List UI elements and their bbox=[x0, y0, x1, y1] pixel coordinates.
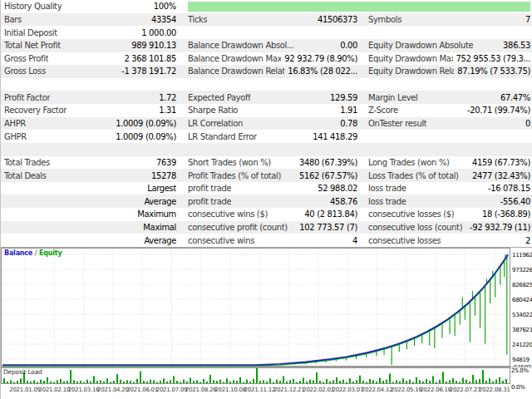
stat-value: 386.53 bbox=[500, 41, 530, 50]
stat-cell: Average bbox=[4, 197, 176, 206]
stat-value: 1.91 bbox=[337, 106, 357, 115]
stat-cell: Maximal bbox=[4, 223, 176, 232]
time-axis: 0.0% 2021.01.052021.02.102021.03.162021.… bbox=[1, 384, 532, 399]
stats-row: Averageprofit trade458.76loss trade-556.… bbox=[1, 195, 532, 208]
stat-label: Expected Payoff bbox=[188, 93, 250, 102]
legend-equity: Equity bbox=[39, 249, 62, 257]
balance-equity-chart[interactable]: Balance / Equity 11196279732268268256804… bbox=[1, 248, 532, 367]
stats-row: Total Trades7639Short Trades (won %)3480… bbox=[1, 156, 532, 170]
svg-text:241220: 241220 bbox=[512, 342, 532, 348]
stat-cell: Balance Drawdown Maxi...92 932.79 (8.90%… bbox=[176, 54, 357, 63]
stat-label: Profit Trades (% of total) bbox=[188, 171, 281, 180]
time-axis-tick: 2022.05.16 bbox=[390, 387, 423, 393]
statistics-table: History Quality100%Bars43354Ticks4150637… bbox=[1, 0, 532, 247]
deposit-load-chart[interactable]: Deposit Load 25.0% bbox=[1, 367, 532, 384]
stat-label: Gross Loss bbox=[4, 66, 46, 76]
stat-label: consecutive losses ($) bbox=[368, 209, 454, 219]
stat-value: 18 (-368.89) bbox=[479, 209, 530, 219]
stat-value: 67.47% bbox=[497, 93, 530, 102]
stats-row bbox=[1, 78, 532, 91]
deposit-load-zero-label: 0.0% bbox=[511, 384, 525, 391]
stat-cell: Gross Profit2 368 101.85 bbox=[4, 54, 176, 63]
chart-legend: Balance / Equity bbox=[4, 249, 62, 257]
stat-label: Total Net Profit bbox=[4, 41, 61, 50]
stat-label: Bars bbox=[4, 15, 22, 24]
stat-value: 7639 bbox=[153, 158, 176, 167]
stat-label: Z-Score bbox=[368, 106, 398, 115]
stat-label: consecutive loss (count) bbox=[368, 223, 462, 232]
stat-label: Balance Drawdown Relati... bbox=[188, 66, 284, 76]
stat-value: -92 932.79 (11) bbox=[466, 223, 530, 232]
stat-label: LR Correlation bbox=[188, 119, 243, 128]
stat-value: 15278 bbox=[148, 171, 176, 180]
stat-cell: Profit Trades (% of total)5162 (67.57%) bbox=[176, 171, 357, 180]
stats-row: History Quality100% bbox=[1, 0, 532, 13]
stats-row: Recovery Factor1.31Sharpe Ratio1.91Z-Sco… bbox=[1, 104, 532, 117]
stat-cell: profit trade458.76 bbox=[176, 197, 357, 206]
svg-text:534022: 534022 bbox=[512, 312, 532, 318]
stat-value: Maximal bbox=[140, 223, 176, 232]
stat-value: 1 000.00 bbox=[138, 28, 176, 37]
stat-value: Largest bbox=[144, 184, 176, 193]
stat-cell: Profit Factor1.72 bbox=[4, 93, 176, 102]
stat-label: profit trade bbox=[188, 197, 231, 206]
stat-value: -1 378 191.72 bbox=[118, 66, 176, 76]
stat-cell: LR Standard Error141 418.29 bbox=[176, 132, 357, 141]
stat-value: 5162 (67.57%) bbox=[296, 171, 357, 180]
time-axis-tick: 2021.01.05 bbox=[8, 387, 42, 393]
stat-label: Sharpe Ratio bbox=[188, 106, 238, 115]
stat-label: GHPR bbox=[4, 132, 27, 141]
time-axis-tick: 2021.06.01 bbox=[126, 387, 159, 393]
svg-text:1119627: 1119627 bbox=[512, 252, 532, 259]
stat-cell: Maximum bbox=[4, 209, 176, 219]
stat-cell: Initial Deposit1 000.00 bbox=[4, 28, 176, 37]
time-axis-tick: 2022.07.27 bbox=[449, 387, 482, 393]
legend-separator: / bbox=[32, 249, 39, 257]
legend-balance: Balance bbox=[4, 249, 32, 257]
stat-cell: Symbols7 bbox=[357, 15, 532, 24]
stats-row: Total Deals15278Profit Trades (% of tota… bbox=[1, 169, 532, 182]
time-axis-tick: 2022.08.31 bbox=[478, 387, 511, 393]
stat-label: Initial Deposit bbox=[4, 28, 57, 37]
time-axis-tick: 2022.02.01 bbox=[302, 387, 335, 393]
stat-cell: profit trade52 988.02 bbox=[176, 184, 357, 193]
time-axis-tick: 2022.03.07 bbox=[331, 387, 364, 393]
stat-cell: consecutive wins ($)40 (2 813.84) bbox=[176, 209, 357, 219]
stat-value: 989 910.13 bbox=[128, 41, 176, 50]
history-quality-progress bbox=[188, 2, 530, 12]
stat-label: Balance Drawdown Absol... bbox=[188, 41, 293, 50]
stat-cell: loss trade-16 078.15 bbox=[357, 184, 532, 193]
stat-label: Total Deals bbox=[4, 171, 47, 180]
stat-label: Symbols bbox=[368, 15, 401, 24]
svg-text:973226: 973226 bbox=[512, 267, 532, 273]
stat-cell: Bars43354 bbox=[4, 15, 176, 24]
stat-value: 41506373 bbox=[314, 15, 357, 24]
stat-label: Balance Drawdown Maxi... bbox=[188, 54, 281, 63]
stat-cell: Expected Payoff129.59 bbox=[176, 93, 357, 102]
stat-label: Equity Drawdown Relative bbox=[368, 66, 454, 76]
stat-cell: consecutive profit (count)102 773.57 (7) bbox=[176, 223, 357, 232]
stats-row: Averageconsecutive wins4consecutive loss… bbox=[1, 234, 532, 247]
stat-value: 4159 (67.73%) bbox=[469, 158, 530, 167]
stat-label: profit trade bbox=[188, 184, 231, 193]
stat-value: 40 (2 813.84) bbox=[301, 209, 357, 219]
stat-value: 1.0009 (0.09%) bbox=[112, 119, 176, 128]
stat-value: 129.59 bbox=[327, 93, 357, 102]
stat-value: 2 bbox=[522, 236, 530, 245]
stat-cell: Sharpe Ratio1.91 bbox=[176, 106, 357, 115]
stat-cell: OnTester result0 bbox=[357, 119, 532, 128]
time-axis-tick: 2022.06.16 bbox=[419, 387, 452, 393]
stat-cell: Short Trades (won %)3480 (67.39%) bbox=[176, 158, 357, 167]
stats-row: Initial Deposit1 000.00 bbox=[1, 26, 532, 39]
stat-cell: Gross Loss-1 378 191.72 bbox=[4, 66, 176, 76]
stat-cell: History Quality100% bbox=[4, 2, 176, 11]
stat-value: 102 773.57 (7) bbox=[296, 223, 357, 232]
svg-text:826825: 826825 bbox=[512, 282, 532, 288]
stats-row: GHPR1.0009 (0.09%)LR Standard Error141 4… bbox=[1, 130, 532, 143]
stats-row bbox=[1, 143, 532, 156]
time-axis-tick: 2021.03.16 bbox=[67, 387, 101, 393]
stat-value: 0 bbox=[522, 119, 530, 128]
stat-label: Profit Factor bbox=[4, 93, 50, 102]
stat-cell: Balance Drawdown Relati...16.83% (28 022… bbox=[176, 66, 357, 76]
stat-cell: consecutive losses2 bbox=[357, 236, 532, 245]
